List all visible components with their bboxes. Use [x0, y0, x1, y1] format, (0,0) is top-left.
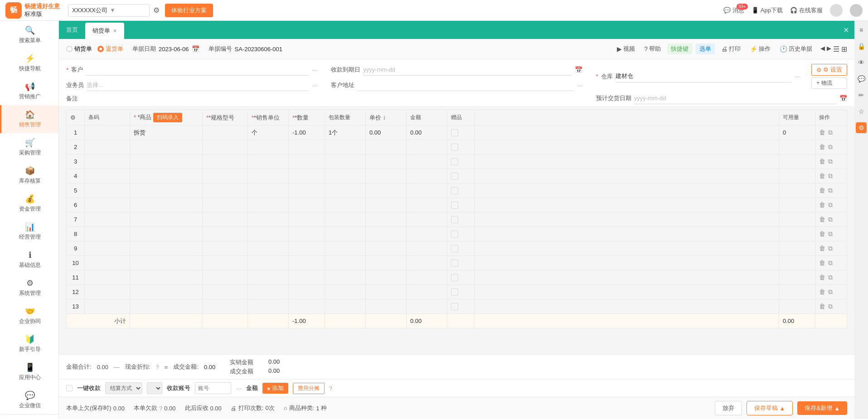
delete-icon[interactable]: 🗑 [819, 245, 825, 252]
sidebar-item-sales[interactable]: 🏠 销售管理 [0, 105, 58, 133]
right-panel-icon-6[interactable]: ☆ [856, 106, 867, 117]
footer-summary: 金额合计: 0.00 — 现金折扣: ? = 成交金额: 0.00 实销金额 0… [59, 355, 854, 379]
sidebar-item-wechat[interactable]: 💬 企业微信 [0, 386, 58, 414]
delete-icon[interactable]: 🗑 [819, 216, 825, 223]
logistics-button[interactable]: + 物流 [811, 77, 847, 89]
tab-home[interactable]: 首页 [59, 21, 85, 39]
expense-button[interactable]: 费用分摊 [293, 383, 325, 394]
scan-button[interactable]: 扫码录入 [153, 113, 182, 122]
tab-sales-order[interactable]: 销货单 ✕ [85, 23, 124, 39]
delete-icon[interactable]: 🗑 [819, 158, 825, 165]
sidebar-item-enterprise[interactable]: 🤝 企业协同 [0, 302, 58, 330]
copy-icon[interactable]: ⧉ [828, 245, 833, 252]
sidebar-item-business[interactable]: 📊 经营管理 [0, 217, 58, 246]
right-panel-icon-3[interactable]: 👁 [856, 57, 867, 68]
sidebar-item-marketing[interactable]: 📢 营销推广 [0, 77, 58, 105]
account-input[interactable] [195, 382, 231, 394]
delete-icon[interactable]: 🗑 [819, 143, 825, 151]
radio-return[interactable]: 退货单 [97, 45, 123, 53]
toolbar-print[interactable]: 🖨 打印 [718, 43, 743, 54]
settlement-method-select[interactable]: 结算方式 [105, 382, 142, 394]
payment-date-calendar-icon[interactable]: 📅 [575, 66, 582, 73]
company-selector[interactable]: XXXXXX公司 ▼ [68, 4, 150, 17]
copy-icon[interactable]: ⧉ [828, 201, 833, 209]
delete-icon[interactable]: 🗑 [819, 274, 825, 281]
sidebar-search[interactable]: 🔍 搜索菜单 [0, 21, 58, 49]
prev-record-icon[interactable]: ◀ [820, 45, 825, 53]
copy-icon[interactable]: ⧉ [828, 143, 833, 151]
right-panel-icon-5[interactable]: ✏ [856, 90, 867, 101]
delete-icon[interactable]: 🗑 [819, 303, 825, 310]
copy-icon[interactable]: ⧉ [828, 259, 833, 267]
grid-view-icon[interactable]: ⊞ [841, 45, 847, 53]
sidebar-item-purchase[interactable]: 🛒 采购管理 [0, 133, 58, 161]
sidebar-item-appstore[interactable]: 📱 应用中心 [0, 358, 58, 386]
sidebar-item-quick-nav[interactable]: ⚡ 快捷导航 [0, 49, 58, 77]
warehouse-more-icon[interactable]: ··· [795, 73, 800, 80]
toolbar-history[interactable]: 🕐 历史单据 [777, 43, 815, 54]
online-service-button[interactable]: 🎧 在线客服 [790, 6, 823, 14]
salesperson-more-icon[interactable]: ··· [312, 82, 317, 89]
copy-icon[interactable]: ⧉ [828, 129, 833, 136]
toolbar-shortcut[interactable]: 快捷键 [667, 43, 692, 54]
list-view-icon[interactable]: ☰ [833, 45, 839, 53]
settlement-type-select[interactable] [147, 382, 162, 394]
th-gear[interactable]: ⚙ [67, 110, 85, 125]
copy-icon[interactable]: ⧉ [828, 216, 833, 223]
radio-sales[interactable]: 销货单 [66, 45, 92, 53]
account-more-icon[interactable]: ··· [237, 385, 242, 392]
right-panel-icon-2[interactable]: 🔒 [856, 41, 867, 52]
sidebar-item-guide[interactable]: 🔰 新手引导 [0, 330, 58, 358]
trial-button[interactable]: 体验行业方案 [165, 4, 213, 17]
sales-icon: 🏠 [25, 110, 35, 120]
expected-date-calendar-icon[interactable]: 📅 [839, 95, 847, 102]
tab-close-icon[interactable]: ✕ [113, 28, 117, 34]
abandon-button[interactable]: 放弃 [715, 401, 742, 415]
save-dropdown-icon[interactable]: ▲ [834, 405, 840, 412]
copy-icon[interactable]: ⧉ [828, 172, 833, 180]
customer-more-icon[interactable]: ··· [312, 67, 317, 73]
message-button[interactable]: 💬 消息 99+ [723, 6, 744, 14]
sidebar-item-basic[interactable]: ℹ 基础信息 [0, 246, 58, 274]
tab-close-all-icon[interactable]: ✕ [843, 26, 854, 34]
sidebar-item-finance[interactable]: 💰 资金管理 [0, 189, 58, 217]
add-payment-button[interactable]: ● 添加 [262, 383, 288, 394]
sidebar-item-inventory[interactable]: 📦 库存核算 [0, 161, 58, 189]
copy-icon[interactable]: ⧉ [828, 288, 833, 296]
draft-dropdown-icon[interactable]: ▲ [780, 405, 786, 412]
right-panel-icon-4[interactable]: 💬 [856, 73, 867, 84]
copy-icon[interactable]: ⧉ [828, 274, 833, 281]
setup-button[interactable]: ⚙ ⚙ 设置 [811, 64, 847, 76]
toolbar-action[interactable]: ⚡ 操作 [747, 43, 773, 54]
delete-icon[interactable]: 🗑 [819, 201, 825, 209]
save-draft-button[interactable]: 保存草稿 ▲ [747, 401, 793, 415]
right-panel-icon-1[interactable]: ≡ [856, 24, 867, 35]
toolbar-help[interactable]: ? 帮助 [641, 43, 664, 54]
settings-icon[interactable]: ⚙ [153, 6, 160, 14]
save-new-button[interactable]: 保存&新增 ▲ [797, 401, 847, 415]
one-click-payment-checkbox[interactable] [66, 385, 73, 391]
toolbar-select[interactable]: 选单 [696, 43, 715, 54]
toolbar-video[interactable]: ▶ 视频 [614, 43, 638, 54]
app-download-button[interactable]: 📱 App下载 [752, 6, 783, 14]
delete-icon[interactable]: 🗑 [819, 172, 825, 180]
right-panel-icon-7[interactable]: ⚙ [856, 122, 867, 133]
copy-icon[interactable]: ⧉ [828, 187, 833, 194]
delete-icon[interactable]: 🗑 [819, 129, 825, 136]
delete-icon[interactable]: 🗑 [819, 259, 825, 267]
customer-addr-more-icon[interactable]: ··· [577, 82, 582, 89]
copy-icon[interactable]: ⧉ [828, 158, 833, 165]
copy-icon[interactable]: ⧉ [828, 230, 833, 238]
delete-icon[interactable]: 🗑 [819, 187, 825, 194]
date-calendar-icon[interactable]: 📅 [192, 45, 199, 53]
sidebar-item-member[interactable]: 👑 畅会员 [0, 414, 58, 419]
delete-icon[interactable]: 🗑 [819, 288, 825, 296]
quick-nav-icon: ⚡ [25, 53, 35, 63]
delete-icon[interactable]: 🗑 [819, 230, 825, 238]
avatar[interactable] [830, 4, 843, 17]
copy-icon[interactable]: ⧉ [828, 303, 833, 310]
table-row: 6🗑⧉ [67, 198, 847, 212]
next-record-icon[interactable]: ▶ [827, 45, 831, 53]
sidebar-item-system[interactable]: ⚙ 系统管理 [0, 274, 58, 302]
form-row-customer-addr: 客户地址 ··· [331, 79, 582, 91]
